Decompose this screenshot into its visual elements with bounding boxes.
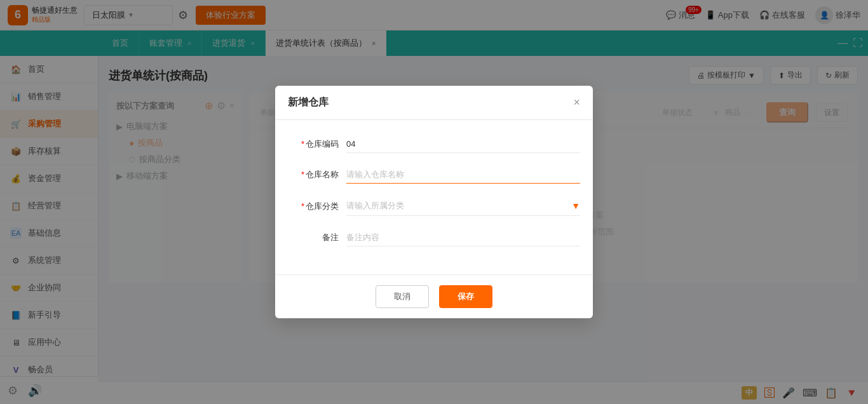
cancel-button[interactable]: 取消 — [376, 285, 429, 308]
modal-title: 新增仓库 — [288, 96, 329, 109]
remark-input[interactable] — [346, 229, 580, 246]
warehouse-name-input[interactable] — [346, 166, 580, 184]
warehouse-code-input[interactable] — [346, 135, 580, 153]
modal-header: 新增仓库 × — [275, 86, 593, 120]
form-row-category: 仓库分类 请输入所属分类 ▼ — [288, 196, 580, 216]
modal-overlay[interactable]: 新增仓库 × 仓库编码 仓库名称 仓库分类 请输入所属分类 ▼ — [0, 0, 868, 404]
modal-body: 仓库编码 仓库名称 仓库分类 请输入所属分类 ▼ 备注 — [275, 120, 593, 274]
category-dropdown-icon: ▼ — [571, 201, 580, 211]
category-placeholder: 请输入所属分类 — [346, 200, 404, 212]
category-label: 仓库分类 — [288, 201, 339, 212]
form-row-remark: 备注 — [288, 229, 580, 246]
warehouse-category-select[interactable]: 请输入所属分类 ▼ — [346, 196, 580, 216]
modal-footer: 取消 保存 — [275, 274, 593, 318]
save-button[interactable]: 保存 — [439, 285, 492, 308]
code-label: 仓库编码 — [288, 138, 339, 150]
new-warehouse-modal: 新增仓库 × 仓库编码 仓库名称 仓库分类 请输入所属分类 ▼ — [275, 86, 593, 318]
name-label: 仓库名称 — [288, 169, 339, 180]
form-row-name: 仓库名称 — [288, 166, 580, 184]
remark-label: 备注 — [288, 232, 339, 243]
modal-close-icon[interactable]: × — [573, 96, 580, 109]
form-row-code: 仓库编码 — [288, 135, 580, 153]
